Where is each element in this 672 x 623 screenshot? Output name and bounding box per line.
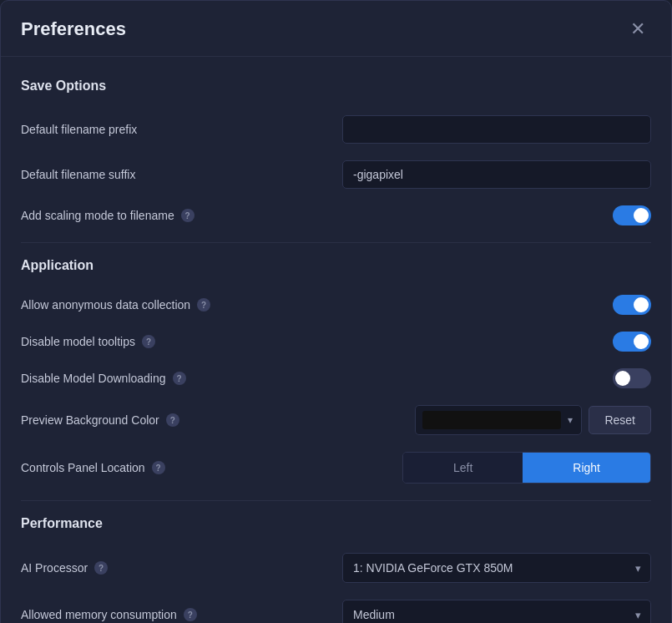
default-prefix-input[interactable] <box>342 115 651 144</box>
ai-processor-help-icon[interactable]: ? <box>94 561 108 575</box>
preview-bg-label: Preview Background Color ? <box>21 413 179 427</box>
preferences-dialog: Preferences ✕ Save Options Default filen… <box>0 0 672 623</box>
disable-downloading-help-icon[interactable]: ? <box>173 372 186 385</box>
controls-panel-label: Controls Panel Location ? <box>21 461 165 474</box>
performance-section: Performance AI Processor ? 1: NVIDIA GeF… <box>21 516 651 623</box>
performance-title: Performance <box>21 516 651 531</box>
section-divider-1 <box>21 242 651 243</box>
section-divider-2 <box>21 500 651 501</box>
dialog-header: Preferences ✕ <box>1 1 671 57</box>
add-scaling-help-icon[interactable]: ? <box>181 209 195 222</box>
preview-bg-help-icon[interactable]: ? <box>166 413 179 427</box>
disable-downloading-label: Disable Model Downloading ? <box>21 372 186 385</box>
application-section: Application Allow anonymous data collect… <box>21 258 651 492</box>
default-prefix-row: Default filename prefix <box>21 107 651 152</box>
add-scaling-row: Add scaling mode to filename ? <box>21 197 651 234</box>
color-picker-container: ▾ Reset <box>415 405 651 435</box>
ai-processor-select[interactable]: 1: NVIDIA GeForce GTX 850M <box>342 553 651 583</box>
memory-row: Allowed memory consumption ? Low Medium … <box>21 591 651 623</box>
disable-downloading-toggle[interactable] <box>613 368 651 388</box>
ai-processor-label: AI Processor ? <box>21 561 108 575</box>
default-suffix-label: Default filename suffix <box>21 168 135 181</box>
color-picker-chevron-icon: ▾ <box>568 414 573 426</box>
default-prefix-label: Default filename prefix <box>21 123 137 136</box>
controls-panel-location-group: Left Right <box>402 452 651 484</box>
disable-tooltips-help-icon[interactable]: ? <box>142 335 155 348</box>
default-suffix-input[interactable] <box>342 160 651 189</box>
ai-processor-dropdown-wrapper: 1: NVIDIA GeForce GTX 850M ▾ <box>342 553 651 583</box>
memory-help-icon[interactable]: ? <box>184 608 197 621</box>
memory-dropdown-wrapper: Low Medium High ▾ <box>342 600 651 623</box>
dialog-title: Preferences <box>21 18 126 40</box>
color-swatch <box>422 411 561 429</box>
disable-tooltips-row: Disable model tooltips ? <box>21 323 651 360</box>
anon-data-toggle[interactable] <box>613 295 651 315</box>
controls-panel-row: Controls Panel Location ? Left Right <box>21 443 651 492</box>
controls-panel-help-icon[interactable]: ? <box>152 461 165 474</box>
location-right-button[interactable]: Right <box>523 453 650 483</box>
disable-tooltips-label: Disable model tooltips ? <box>21 335 155 348</box>
close-button[interactable]: ✕ <box>624 16 651 43</box>
disable-downloading-row: Disable Model Downloading ? <box>21 360 651 397</box>
add-scaling-toggle[interactable] <box>613 205 651 225</box>
reset-button[interactable]: Reset <box>589 406 651 434</box>
preview-bg-row: Preview Background Color ? ▾ Reset <box>21 397 651 443</box>
dialog-body: Save Options Default filename prefix Def… <box>1 57 671 623</box>
memory-select[interactable]: Low Medium High <box>342 600 651 623</box>
save-options-section: Save Options Default filename prefix Def… <box>21 79 651 234</box>
disable-tooltips-toggle[interactable] <box>613 332 651 352</box>
add-scaling-label: Add scaling mode to filename ? <box>21 209 195 222</box>
anon-data-label: Allow anonymous data collection ? <box>21 298 210 312</box>
default-suffix-row: Default filename suffix <box>21 152 651 197</box>
ai-processor-row: AI Processor ? 1: NVIDIA GeForce GTX 850… <box>21 544 651 591</box>
save-options-title: Save Options <box>21 79 651 94</box>
color-picker-dropdown[interactable]: ▾ <box>415 405 582 435</box>
memory-label: Allowed memory consumption ? <box>21 608 197 621</box>
anon-data-help-icon[interactable]: ? <box>197 298 210 312</box>
location-left-button[interactable]: Left <box>403 453 523 483</box>
application-title: Application <box>21 258 651 273</box>
anon-data-row: Allow anonymous data collection ? <box>21 286 651 323</box>
